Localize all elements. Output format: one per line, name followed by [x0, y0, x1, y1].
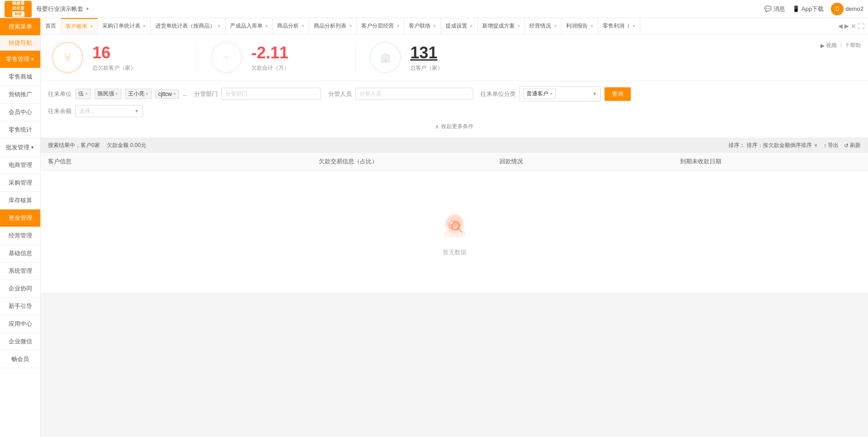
sidebar-item-12[interactable]: 系统管理 [0, 262, 40, 280]
tab-item-11[interactable]: 经营情况× [525, 18, 561, 34]
sidebar-item-3[interactable]: 会员中心 [0, 104, 40, 121]
tab-close-13[interactable]: × [633, 24, 635, 28]
collapse-up-icon: ∧ [435, 124, 439, 130]
refresh-button[interactable]: ↺ 刷新 [844, 142, 861, 149]
collapse-button[interactable]: ∧ 收起更多条件 [48, 121, 861, 132]
industry-selector[interactable]: 母婴行业演示帐套 ▼ [36, 5, 90, 13]
sidebar-item-4[interactable]: 零售统计 [0, 121, 40, 139]
message-button[interactable]: 💬 消息 [764, 5, 785, 13]
sidebar-item-7[interactable]: 采购管理 [0, 174, 40, 192]
sidebar-nav[interactable]: 快捷导航 [0, 35, 40, 51]
help-button[interactable]: ? 帮助 [845, 42, 861, 49]
tag-close-wang[interactable]: × [146, 91, 149, 96]
tab-close-7[interactable]: × [397, 24, 399, 28]
sidebar-item-13[interactable]: 企业协同 [0, 280, 40, 298]
sidebar-item-6[interactable]: 电商管理 [0, 157, 40, 174]
sidebar-item-15[interactable]: 应用中心 [0, 315, 40, 333]
unit-class-chevron-icon: ▼ [592, 91, 597, 96]
stat3-icon-area: 🏢 [369, 42, 401, 73]
tab-close-8[interactable]: × [433, 24, 436, 28]
sidebar-item-8[interactable]: 库存核算 [0, 192, 40, 209]
filter-more-button[interactable]: ... [182, 91, 187, 97]
table-header-col-3: 到期未收款日期 [680, 157, 861, 166]
collapse-label: 收起更多条件 [441, 123, 474, 130]
tab-item-4[interactable]: 产成品入库单× [225, 18, 273, 34]
tab-item-10[interactable]: 新增提成方案× [478, 18, 525, 34]
tag-close-wu[interactable]: × [85, 91, 88, 96]
sidebar-search[interactable]: 搜索菜单 [0, 18, 40, 35]
tag-close-cjttcw[interactable]: × [173, 91, 176, 96]
filter-tag-cjttcw: cjttcw × [155, 90, 179, 99]
balance-chevron-icon: ▼ [134, 109, 139, 114]
tab-close-12[interactable]: × [590, 24, 593, 28]
tab-close-11[interactable]: × [554, 24, 556, 28]
unit-class-select[interactable]: 普通客户 × ▼ [519, 86, 601, 101]
person-select[interactable]: 分管人员 ··· [355, 88, 473, 100]
tab-maximize-icon[interactable]: ⛶ [858, 23, 864, 30]
tab-item-7[interactable]: 客户分层经营× [357, 18, 404, 34]
industry-label: 母婴行业演示帐套 [36, 5, 83, 13]
sidebar-item-14[interactable]: 新手引导 [0, 298, 40, 315]
username-label: demo2 [845, 5, 863, 12]
sidebar-item-9[interactable]: 资金管理 [0, 209, 40, 227]
tab-item-12[interactable]: 利润报告× [561, 18, 598, 34]
person-placeholder: 分管人员 [360, 90, 381, 98]
stat1-icon-area: ¥ [52, 42, 83, 73]
query-button[interactable]: 查询 [604, 87, 631, 101]
tab-close-6[interactable]: × [349, 24, 352, 28]
tab-prev-icon[interactable]: ◀ [838, 23, 843, 29]
stat2-block: -2.11 欠款合计（万） [251, 43, 342, 72]
sidebar-item-10[interactable]: 经营管理 [0, 227, 40, 245]
app-download-button[interactable]: 📱 App下载 [792, 5, 824, 13]
sidebar-item-1[interactable]: 零售商城 [0, 68, 40, 86]
refresh-label: 刷新 [850, 142, 861, 149]
sidebar-item-5[interactable]: 批发管理▼ [0, 139, 40, 157]
video-label: 视频 [826, 42, 837, 49]
stat2-label: 欠款合计（万） [251, 64, 289, 72]
tab-actions: ◀ ▶ ✕ ⛶ [834, 23, 868, 30]
stat-divider-1 [197, 44, 197, 71]
tab-item-2[interactable]: 采购订单统计表× [98, 18, 151, 34]
sidebar-item-2[interactable]: 营销推广 [0, 86, 40, 104]
export-button[interactable]: ↑ 导出 [824, 142, 839, 149]
sidebar-item-11[interactable]: 基础信息 [0, 245, 40, 262]
tab-item-9[interactable]: 提成设置× [441, 18, 478, 34]
person-select-more-icon: ··· [465, 91, 469, 97]
tag-close-chen[interactable]: × [115, 91, 118, 96]
tab-close-1[interactable]: × [90, 24, 93, 29]
tab-close-all-icon[interactable]: ✕ [851, 23, 856, 30]
result-bar-right: 排序： 排序：按欠款金额倒序排序 ▼ ↑ 导出 ↺ 刷新 [729, 142, 861, 149]
stat3-value: 131 [410, 43, 437, 62]
tab-close-10[interactable]: × [518, 24, 520, 28]
table-header: 客户信息 欠款交易信息（占比） 回款情况 到期未收款日期 [41, 153, 868, 171]
video-button[interactable]: ▶ 视频 [820, 42, 837, 49]
tab-close-5[interactable]: × [302, 24, 304, 28]
sidebar-item-16[interactable]: 企业微信 [0, 333, 40, 351]
tab-bar: 首页客户账本×采购订单统计表×进货单统计表（按商品）×产成品入库单×商品分析×商… [41, 18, 868, 34]
balance-select[interactable]: 选择... ▼ [75, 105, 143, 117]
tab-item-5[interactable]: 商品分析× [273, 18, 309, 34]
help-label: 帮助 [850, 42, 861, 49]
tab-next-icon[interactable]: ▶ [844, 23, 849, 29]
tab-close-3[interactable]: × [218, 24, 221, 28]
sidebar-item-0[interactable]: 零售管理▼ [0, 51, 40, 68]
tab-close-9[interactable]: × [470, 24, 473, 28]
result-info: 搜索结果中，客户0家 欠款金额 0.00元 [48, 142, 146, 149]
sidebar-item-17[interactable]: 畅会员 [0, 351, 40, 368]
sort-select[interactable]: 排序： 排序：按欠款金额倒序排序 ▼ [729, 142, 818, 149]
tab-item-6[interactable]: 商品分析列表× [309, 18, 357, 34]
tab-item-3[interactable]: 进货单统计表（按商品）× [151, 18, 225, 34]
stat1-value: 16 [92, 43, 110, 62]
tab-item-8[interactable]: 客户联络× [404, 18, 441, 34]
user-avatar-button[interactable]: D demo2 [831, 3, 863, 15]
empty-icon [436, 207, 473, 243]
filter-row-1: 往来单位 伍 × 陈民强 × 王小亮 × cjttcw [48, 86, 861, 101]
tab-item-13[interactable]: 零售利润（× [598, 18, 640, 34]
dept-select[interactable]: 分管部门 ··· [221, 88, 321, 100]
unit-class-tag-close[interactable]: × [550, 91, 552, 96]
tab-close-4[interactable]: × [265, 24, 268, 28]
tab-item-0[interactable]: 首页 [41, 18, 61, 34]
tab-item-1[interactable]: 客户账本× [61, 18, 98, 34]
sidebar-nav-label: 快捷导航 [9, 39, 32, 46]
tab-close-2[interactable]: × [143, 24, 146, 28]
